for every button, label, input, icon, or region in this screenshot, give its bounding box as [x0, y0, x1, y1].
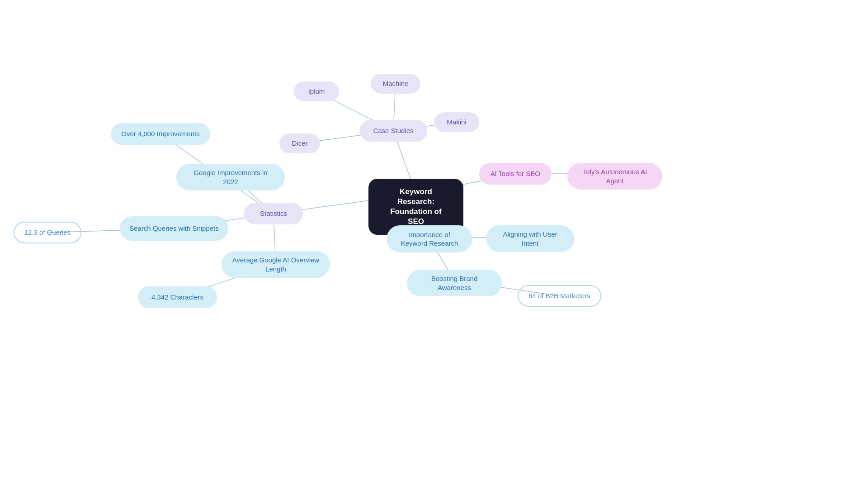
node-importance_kw: Importance of Keyword Research	[387, 225, 472, 252]
node-b2b_84: 84 of B2B Marketers	[518, 285, 601, 307]
node-iplum: Iplum	[294, 81, 339, 101]
node-queries_12: 12.3 of Queries	[14, 222, 81, 243]
mindmap-container: Keyword Research: Foundation of SEOCase …	[0, 0, 868, 490]
node-user_intent: Aligning with User Intent	[486, 225, 574, 252]
node-case_studies: Case Studies	[359, 120, 427, 142]
node-brand_awareness: Boosting Brand Awareness	[407, 270, 502, 296]
node-ai_tools: Al Tools for SEO	[479, 163, 552, 185]
node-chars_4342: 4,342 Characters	[138, 286, 217, 308]
node-machine: Machine	[371, 74, 420, 94]
node-google2022: Google Improvements in 2022	[176, 164, 285, 190]
node-dicer: Dicer	[279, 133, 320, 153]
node-statistics: Statistics	[244, 203, 303, 224]
node-search_snippets: Search Queries with Snippets	[120, 216, 228, 241]
node-over4000: Over 4,000 Improvements	[111, 123, 210, 145]
node-makini: Makini	[434, 112, 479, 132]
node-avg_overview: Average Google AI Overview Length	[222, 251, 330, 278]
node-tely_ai: Tely's Autonomous AI Agent	[567, 163, 662, 190]
